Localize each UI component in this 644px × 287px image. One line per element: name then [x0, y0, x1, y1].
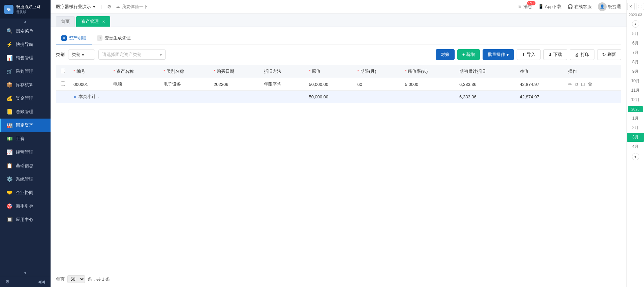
- sidebar-item-label: 采购管理: [16, 68, 33, 74]
- sidebar-item-basic-info[interactable]: 📋 基础信息: [0, 159, 51, 172]
- col-category: 类别名称: [159, 65, 210, 78]
- toolbar: 类别 类别 ▾ 请选择固定资产类别 ▾ 对账 + 新增 批量操作: [56, 49, 621, 60]
- sidebar-item-funds[interactable]: 💰 资金管理: [0, 92, 51, 105]
- col-name: 资产名称: [109, 65, 159, 78]
- sub-tab-asset-detail[interactable]: ≡ 资产明细: [56, 32, 92, 44]
- timeline-scroll-up[interactable]: ▲: [632, 20, 639, 28]
- subtotal-label-cell: ■ 本页小计：: [69, 91, 305, 103]
- sub-tab-voucher[interactable]: □ 变更生成凭证: [92, 32, 136, 44]
- customer-service-button[interactable]: 🎧 在线客服: [568, 4, 592, 10]
- edit-icon[interactable]: ✏: [568, 82, 572, 87]
- payroll-icon: 💵: [6, 136, 12, 142]
- toolbar-right: 对账 + 新增 批量操作 ▾ ⬆ 导入 ⬇ 下载 🖨: [436, 49, 621, 60]
- sidebar-item-system[interactable]: ⚙️ 系统管理: [0, 172, 51, 186]
- timeline-month-3-current[interactable]: 3月: [627, 133, 644, 142]
- search-icon: 🔍: [6, 28, 12, 34]
- col-code: 编号: [69, 65, 109, 78]
- row-checkbox[interactable]: [61, 82, 65, 86]
- timeline-month-6[interactable]: 6月: [627, 39, 644, 48]
- reconcile-button[interactable]: 对账: [436, 49, 455, 60]
- timeline-month-5[interactable]: 5月: [627, 29, 644, 38]
- timeline-month-11[interactable]: 11月: [627, 86, 644, 95]
- sidebar-item-quick-nav[interactable]: ⚡ 快捷导航: [0, 38, 51, 51]
- panel-expand-button[interactable]: ⛶: [637, 3, 644, 10]
- col-original-value: 原值: [305, 65, 354, 78]
- import-label: 导入: [527, 52, 535, 58]
- sidebar-item-search[interactable]: 🔍 搜索菜单: [0, 24, 51, 38]
- settings-icon[interactable]: ⚙: [5, 279, 10, 284]
- guide-icon: 🎯: [6, 203, 12, 209]
- user-name: 畅捷通: [608, 4, 621, 10]
- tab-asset-management[interactable]: 资产管理 ✕: [76, 16, 110, 27]
- app-download-label: App下载: [545, 4, 561, 10]
- timeline-month-8[interactable]: 8月: [627, 58, 644, 67]
- topbar: 医疗器械行业演示 ▾ | ⚙ ☁ 我要体验一下 🖥 消息 99+ 📱 App下载…: [51, 0, 626, 13]
- download-button[interactable]: ⬇ 下载: [543, 49, 567, 60]
- collapse-icon[interactable]: ◀◀: [38, 279, 45, 284]
- asset-category-dropdown-icon: ▾: [160, 52, 162, 57]
- cell-residual-rate: 5.0000: [401, 78, 456, 91]
- message-icon: 🖥: [518, 4, 522, 9]
- timeline-year-marker[interactable]: 2023: [628, 106, 643, 112]
- sidebar-item-label: 企业协同: [16, 190, 33, 196]
- tab-home[interactable]: 首页: [56, 16, 75, 27]
- user-menu[interactable]: 👤 畅捷通: [598, 2, 621, 11]
- sidebar-item-app-center[interactable]: 🔲 应用中心: [0, 213, 51, 226]
- import-button[interactable]: ⬆ 导入: [517, 49, 541, 60]
- cell-name: 电脑: [109, 78, 159, 91]
- print-button[interactable]: 🖨 打印: [570, 49, 594, 60]
- sidebar-item-inventory[interactable]: 📦 库存核算: [0, 78, 51, 92]
- operations-icon: 📈: [6, 149, 12, 155]
- basic-info-icon: 📋: [6, 163, 12, 169]
- more-icon[interactable]: ⊡: [581, 82, 585, 87]
- page-size-select[interactable]: 10 20 50 100: [67, 275, 85, 283]
- panel-close-button[interactable]: ✕: [627, 3, 635, 10]
- sidebar-item-ledger[interactable]: 📒 总账管理: [0, 105, 51, 119]
- message-button[interactable]: 🖥 消息 99+: [518, 4, 532, 10]
- timeline-month-4[interactable]: 4月: [627, 142, 644, 151]
- refresh-button[interactable]: ↻ 刷新: [597, 49, 621, 60]
- action-icons: ✏ ⧉ ⊡ 🗑: [568, 82, 617, 87]
- sidebar-scroll-up[interactable]: ▲: [0, 19, 51, 24]
- app-download-button[interactable]: 📱 App下载: [538, 4, 561, 10]
- sub-tabs: ≡ 资产明细 □ 变更生成凭证: [56, 32, 621, 44]
- sidebar-item-sales[interactable]: 📊 销售管理: [0, 51, 51, 65]
- sidebar-item-label: 经营管理: [16, 149, 33, 155]
- sidebar-item-purchase[interactable]: 🛒 采购管理: [0, 65, 51, 78]
- sidebar-item-enterprise[interactable]: 🤝 企业协同: [0, 186, 51, 199]
- company-gear-icon[interactable]: ⚙: [107, 4, 112, 9]
- timeline-month-1[interactable]: 1月: [627, 114, 644, 123]
- tab-close-icon[interactable]: ✕: [102, 20, 105, 24]
- timeline-scroll-down[interactable]: ▼: [632, 153, 639, 160]
- copy-icon[interactable]: ⧉: [575, 82, 578, 87]
- timeline-month-9[interactable]: 9月: [627, 67, 644, 76]
- timeline-month-7[interactable]: 7月: [627, 48, 644, 57]
- sidebar-item-fixed-assets[interactable]: 🏭 固定资产: [0, 119, 51, 132]
- sidebar-item-operations[interactable]: 📈 经营管理: [0, 146, 51, 159]
- batch-operations-button[interactable]: 批量操作 ▾: [483, 49, 514, 60]
- inventory-icon: 📦: [6, 82, 12, 88]
- pagination: 每页 10 20 50 100 条，共 1 条: [51, 271, 626, 287]
- enterprise-icon: 🤝: [6, 190, 12, 196]
- download-icon: ⬇: [548, 52, 552, 57]
- timeline-month-12[interactable]: 12月: [627, 95, 644, 104]
- sidebar-item-payroll[interactable]: 💵 工资: [0, 132, 51, 146]
- timeline-month-10[interactable]: 10月: [627, 76, 644, 86]
- select-all-checkbox[interactable]: [61, 69, 65, 73]
- sidebar-scroll-down[interactable]: ▼: [0, 270, 51, 276]
- sub-tab-asset-detail-label: 资产明细: [69, 35, 86, 41]
- sidebar-item-label: 销售管理: [16, 55, 33, 61]
- company-selector[interactable]: 医疗器械行业演示 ▾: [56, 4, 95, 10]
- asset-category-input[interactable]: 请选择固定资产类别 ▾: [98, 50, 166, 60]
- tab-home-label: 首页: [61, 19, 70, 24]
- delete-icon[interactable]: 🗑: [588, 82, 592, 87]
- col-period: 期限(月): [353, 65, 401, 78]
- try-label: 我要体验一下: [122, 4, 148, 10]
- sidebar-item-guide[interactable]: 🎯 新手引导: [0, 199, 51, 213]
- new-button[interactable]: + 新增: [457, 49, 480, 60]
- timeline-month-2[interactable]: 2月: [627, 123, 644, 132]
- print-icon: 🖨: [575, 52, 579, 57]
- page-size-label: 每页: [56, 276, 65, 282]
- try-button[interactable]: ☁ 我要体验一下: [116, 4, 148, 10]
- category-filter[interactable]: 类别 ▾: [68, 50, 95, 60]
